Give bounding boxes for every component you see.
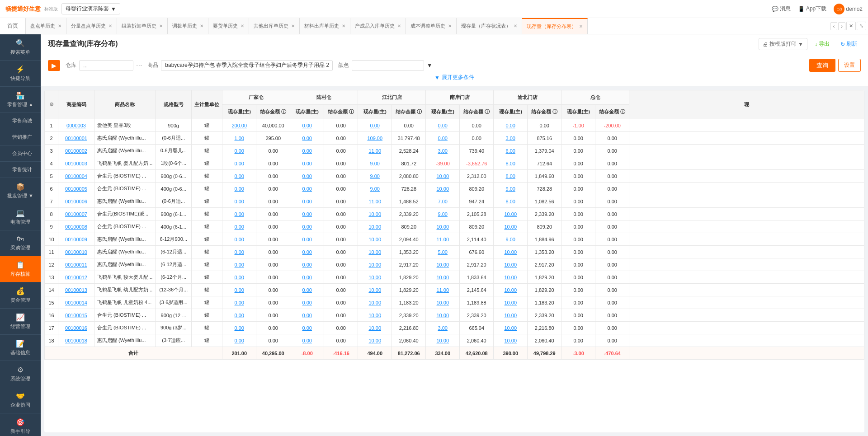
yb-stock-link[interactable]: 10.00: [504, 313, 517, 318]
yb-stock-link[interactable]: 9.00: [506, 186, 515, 192]
jb-stock-link[interactable]: 0.00: [370, 123, 380, 128]
code-link[interactable]: 00100018: [65, 338, 87, 343]
refresh-button[interactable]: ↻ 刷新: [837, 38, 861, 50]
yb-stock-link[interactable]: 8.00: [506, 199, 515, 204]
code-link[interactable]: 00100002: [65, 148, 87, 154]
code-link[interactable]: 00100009: [65, 237, 87, 242]
lm-stock-link[interactable]: 0.00: [302, 275, 312, 280]
tab-kucun-zhuang[interactable]: 现存量（库存状况表） ✕: [457, 18, 522, 34]
yb-stock-link[interactable]: 8.00: [506, 161, 515, 166]
tab-qita-close[interactable]: ✕: [291, 23, 295, 28]
f-stock-link[interactable]: 0.00: [235, 161, 244, 166]
f-stock-link[interactable]: 0.00: [235, 237, 244, 242]
tab-home[interactable]: 首页: [0, 18, 26, 34]
lm-stock-link[interactable]: 0.00: [302, 338, 312, 343]
lm-stock-link[interactable]: 0.00: [302, 237, 312, 242]
yb-stock-link[interactable]: 10.00: [504, 338, 517, 343]
sidebar-item-ecommerce[interactable]: 💻 电商管理: [0, 204, 41, 230]
na-stock-link[interactable]: 3.00: [438, 148, 448, 154]
na-stock-link[interactable]: 11.00: [436, 287, 449, 293]
na-stock-link[interactable]: 0.00: [438, 123, 448, 128]
code-link[interactable]: 00100003: [65, 161, 87, 166]
lm-stock-link[interactable]: 0.00: [302, 161, 312, 166]
na-stock-link[interactable]: 9.00: [438, 211, 448, 217]
code-link[interactable]: 00100016: [65, 325, 87, 331]
f-stock-link[interactable]: 0.00: [235, 313, 244, 318]
goods-input[interactable]: [161, 60, 333, 71]
jb-stock-link[interactable]: 9.00: [370, 161, 380, 166]
na-stock-link[interactable]: 10.00: [436, 173, 449, 179]
jb-stock-link[interactable]: 9.00: [370, 173, 380, 179]
code-link[interactable]: 00100014: [65, 300, 87, 305]
jb-stock-link[interactable]: 10.00: [368, 300, 381, 305]
jb-stock-link[interactable]: 10.00: [368, 262, 381, 267]
yb-stock-link[interactable]: 10.00: [504, 262, 517, 267]
sidebar-item-stats[interactable]: 零售统计: [0, 162, 41, 178]
f-stock-link[interactable]: 0.00: [235, 275, 244, 280]
tab-expand-btn[interactable]: ⤡: [857, 22, 866, 30]
jb-stock-link[interactable]: 10.00: [368, 287, 381, 293]
sidebar-item-guide[interactable]: 🎯 新手引导: [0, 413, 41, 436]
na-stock-link[interactable]: 10.00: [436, 300, 449, 305]
lm-stock-link[interactable]: 0.00: [302, 186, 312, 192]
na-stock-link[interactable]: 5.00: [438, 249, 448, 255]
expand-filter-btn[interactable]: ▼ 展开更多条件: [48, 74, 861, 81]
warehouse-dots[interactable]: ···: [136, 61, 142, 70]
lm-stock-link[interactable]: 0.00: [302, 300, 312, 305]
jb-stock-link[interactable]: 10.00: [368, 237, 381, 242]
code-link[interactable]: 00100007: [65, 211, 87, 217]
f-stock-link[interactable]: 1.00: [235, 136, 244, 141]
tab-yaohuo-close[interactable]: ✕: [241, 23, 244, 28]
na-stock-link[interactable]: 10.00: [436, 313, 449, 318]
tab-prev-btn[interactable]: ‹: [830, 22, 838, 30]
settings-icon[interactable]: ⚙: [49, 102, 54, 107]
yb-stock-link[interactable]: 9.00: [506, 237, 515, 242]
tab-chengben-close[interactable]: ✕: [448, 23, 452, 28]
code-link[interactable]: 00100011: [65, 262, 87, 267]
code-link[interactable]: 00100001: [65, 136, 87, 141]
f-stock-link[interactable]: 200.00: [231, 123, 247, 128]
na-stock-link[interactable]: 10.00: [436, 275, 449, 280]
f-stock-link[interactable]: 0.00: [235, 211, 244, 217]
f-stock-link[interactable]: 0.00: [235, 173, 244, 179]
query-button[interactable]: 查询: [809, 59, 835, 72]
company-selector[interactable]: 母婴行业演示陈套 ▼: [61, 3, 120, 14]
na-stock-link[interactable]: -39.00: [436, 161, 450, 166]
tab-zuji-close[interactable]: ✕: [159, 23, 163, 28]
f-stock-link[interactable]: 0.00: [235, 338, 244, 343]
tab-cailiao-close[interactable]: ✕: [342, 23, 345, 28]
tab-chengben[interactable]: 成本调整单历史 ✕: [406, 18, 457, 34]
tab-kucun-zhuang-close[interactable]: ✕: [514, 23, 517, 28]
yb-stock-link[interactable]: 0.00: [506, 123, 515, 128]
tab-yaohuo[interactable]: 要货单历史 ✕: [208, 18, 249, 34]
code-link[interactable]: 00100013: [65, 287, 87, 293]
f-stock-link[interactable]: 0.00: [235, 287, 244, 293]
jb-stock-link[interactable]: 10.00: [368, 211, 381, 217]
lm-stock-link[interactable]: 0.00: [302, 173, 312, 179]
lm-stock-link[interactable]: 0.00: [302, 224, 312, 230]
code-link[interactable]: 00100010: [65, 249, 87, 255]
tab-next-btn[interactable]: ›: [838, 22, 845, 30]
f-stock-link[interactable]: 0.00: [235, 249, 244, 255]
yb-stock-link[interactable]: 8.00: [506, 173, 515, 179]
jb-stock-link[interactable]: 10.00: [368, 313, 381, 318]
na-stock-link[interactable]: 10.00: [436, 262, 449, 267]
lm-stock-link[interactable]: 0.00: [302, 249, 312, 255]
sidebar-item-marketing[interactable]: 营销推广: [0, 129, 41, 145]
na-stock-link[interactable]: 3.00: [438, 325, 448, 331]
tab-kucun-fen-close[interactable]: ✕: [579, 24, 583, 29]
tab-zuji[interactable]: 组装拆卸单历史 ✕: [117, 18, 168, 34]
code-link[interactable]: 0000003: [66, 123, 86, 128]
jb-stock-link[interactable]: 10.00: [368, 249, 381, 255]
f-stock-link[interactable]: 0.00: [235, 148, 244, 154]
sidebar-item-finance[interactable]: 💰 资金管理: [0, 282, 41, 309]
tab-pandian[interactable]: 盘点单历史 ✕: [26, 18, 66, 34]
tab-fenpandian[interactable]: 分量盘点单历史 ✕: [66, 18, 117, 34]
print-button[interactable]: 🖨 按模版打印 ▼: [759, 38, 807, 50]
tab-pandian-close[interactable]: ✕: [58, 23, 61, 28]
lm-stock-link[interactable]: 0.00: [302, 148, 312, 154]
code-link[interactable]: 00100006: [65, 199, 87, 204]
na-stock-link[interactable]: 11.00: [436, 237, 449, 242]
export-button[interactable]: ↓ 导出: [811, 38, 833, 50]
yb-stock-link[interactable]: 10.00: [504, 275, 517, 280]
